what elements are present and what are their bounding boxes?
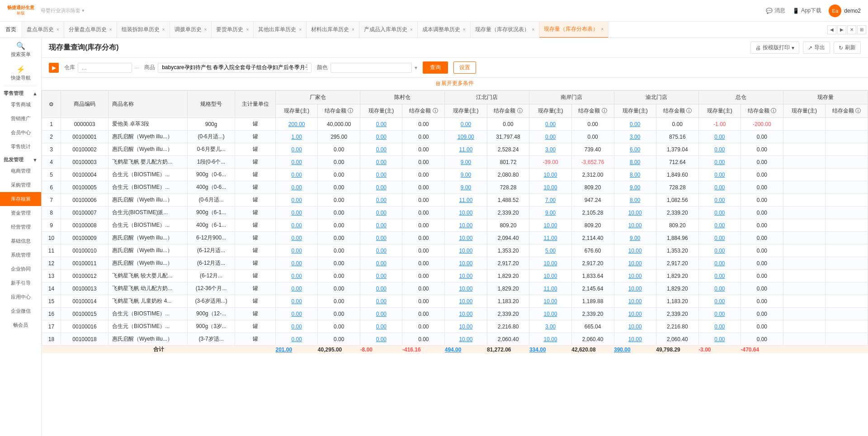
tab-close-9[interactable]: × [532,27,535,32]
tab-item-1[interactable]: 分量盘点单历史× [64,22,117,38]
cell-chen-stock[interactable]: 0.00 [360,232,402,244]
tab-close-7[interactable]: × [410,27,413,32]
cell-chen-stock[interactable]: 0.00 [360,206,402,219]
summary-chen-stock[interactable]: -8.00 [360,346,402,354]
summary-jiangbei-stock[interactable]: 494.00 [445,346,487,354]
cell-nanan-stock[interactable]: 3.00 [529,320,571,333]
cell-jiangbei-stock[interactable]: 10.00 [445,244,487,257]
cell-total-stock[interactable]: 0.00 [698,244,741,257]
sidebar-basic-info[interactable]: 基础信息 [0,234,41,248]
cell-jiangbei-stock[interactable]: 10.00 [445,320,487,333]
tab-item-3[interactable]: 调拨单历史× [170,22,212,38]
cell-chen-stock[interactable]: 0.00 [360,118,402,131]
tab-item-9[interactable]: 现存量（库存状况表）× [471,22,540,38]
cell-chen-stock[interactable]: 0.00 [360,270,402,282]
cell-chen-stock[interactable]: 0.00 [360,295,402,308]
cell-nanan-stock[interactable]: 5.00 [529,244,571,257]
cell-total-stock[interactable]: 0.00 [698,295,741,308]
cell-total-stock[interactable]: 0.00 [698,194,741,206]
summary-factory-stock[interactable]: 201.00 [276,346,318,354]
cell-factory-stock[interactable]: 0.00 [276,320,318,333]
sidebar-shortcut[interactable]: ⚡ 快捷导航 [0,61,41,85]
tab-close-6[interactable]: × [352,27,354,32]
sidebar-member2[interactable]: 畅会员 [0,318,41,332]
tab-close-2[interactable]: × [162,27,165,32]
sidebar-operations[interactable]: 经营管理 [0,220,41,234]
cell-factory-stock[interactable]: 0.00 [276,257,318,270]
cell-nanan-stock[interactable]: 0.00 [529,118,571,131]
cell-factory-stock[interactable]: 0.00 [276,308,318,320]
tab-prev-btn[interactable]: ◀ [827,25,836,34]
sidebar-search[interactable]: 🔍 搜索英单 [0,38,41,61]
cell-factory-stock[interactable]: 0.00 [276,270,318,282]
warehouse-input[interactable] [78,63,132,73]
cell-nanan-stock[interactable]: 10.00 [529,333,571,346]
sidebar-retail-mall[interactable]: 零售商城 [0,98,41,112]
messages-btn[interactable]: 💬 消息 [766,7,785,14]
cell-jiangbei-stock[interactable]: 10.00 [445,257,487,270]
cell-yubei-stock[interactable]: 10.00 [614,282,656,295]
cell-chen-stock[interactable]: 0.00 [360,181,402,194]
cell-total-stock[interactable]: 0.00 [698,181,741,194]
cell-total-stock[interactable]: 0.00 [698,232,741,244]
cell-nanan-stock[interactable]: 11.00 [529,232,571,244]
tab-home[interactable]: 首页 [0,22,22,38]
cell-chen-stock[interactable]: 0.00 [360,194,402,206]
cell-nanan-stock[interactable]: 0.00 [529,131,571,143]
cell-jiangbei-stock[interactable]: 10.00 [445,308,487,320]
cell-jiangbei-stock[interactable]: 9.00 [445,156,487,169]
cell-chen-stock[interactable]: 0.00 [360,169,402,181]
cell-nanan-stock[interactable]: 7.00 [529,194,571,206]
tab-close-4[interactable]: × [246,27,249,32]
expand-conditions-btn[interactable]: ⊞ 展开更多条件 [436,80,474,87]
cell-chen-stock[interactable]: 0.00 [360,143,402,156]
cell-factory-stock[interactable]: 0.00 [276,219,318,232]
sidebar-app-center[interactable]: 应用中心 [0,290,41,304]
tab-item-4[interactable]: 要货单历史× [212,22,254,38]
cell-total-stock[interactable]: 0.00 [698,270,741,282]
tab-next-btn[interactable]: ▶ [837,25,846,34]
summary-nanan-stock[interactable]: 334.00 [529,346,571,354]
sidebar-inventory[interactable]: 库存核算 [0,192,41,206]
cell-factory-stock[interactable]: 0.00 [276,244,318,257]
cell-yubei-stock[interactable]: 10.00 [614,333,656,346]
cell-yubei-stock[interactable]: 10.00 [614,219,656,232]
goods-input[interactable] [158,63,311,73]
cell-total-stock[interactable]: 0.00 [698,143,741,156]
sidebar-marketing[interactable]: 营销推广 [0,112,41,126]
sidebar-wechat[interactable]: 企业微信 [0,304,41,318]
cell-jiangbei-stock[interactable]: 11.00 [445,143,487,156]
cell-jiangbei-stock[interactable]: 10.00 [445,232,487,244]
cell-factory-stock[interactable]: 0.00 [276,156,318,169]
cell-total-stock[interactable]: 0.00 [698,320,741,333]
tab-item-5[interactable]: 其他出库单历史× [254,22,307,38]
cell-factory-stock[interactable]: 0.00 [276,169,318,181]
cell-nanan-stock[interactable]: 10.00 [529,295,571,308]
cell-nanan-stock[interactable]: 10.00 [529,219,571,232]
cell-jiangbei-stock[interactable]: 109.00 [445,131,487,143]
sidebar-purchase[interactable]: 采购管理 [0,178,41,192]
tab-item-7[interactable]: 产成品入库单历史× [359,22,418,38]
cell-total-stock[interactable]: 0.00 [698,282,741,295]
cell-nanan-stock[interactable]: 10.00 [529,308,571,320]
cell-total-stock[interactable]: 0.00 [698,257,741,270]
tab-close-5[interactable]: × [299,27,302,32]
cell-nanan-stock[interactable]: 10.00 [529,181,571,194]
cell-yubei-stock[interactable]: 10.00 [614,270,656,282]
cell-factory-stock[interactable]: 0.00 [276,232,318,244]
cell-yubei-stock[interactable]: 8.00 [614,194,656,206]
color-input[interactable] [330,63,412,73]
cell-nanan-stock[interactable]: 11.00 [529,282,571,295]
cell-jiangbei-stock[interactable]: 0.00 [445,118,487,131]
cell-factory-stock[interactable]: 200.00 [276,118,318,131]
cell-chen-stock[interactable]: 0.00 [360,333,402,346]
tab-item-6[interactable]: 材料出库单历史× [307,22,359,38]
cell-yubei-stock[interactable]: 9.00 [614,181,656,194]
sidebar-group-retail[interactable]: 零售管理 ▲ [0,87,41,98]
print-btn[interactable]: 🖨 按模版打印 ▾ [750,42,799,54]
cell-nanan-stock[interactable]: 3.00 [529,143,571,156]
th-settings[interactable]: ⚙ [42,91,61,118]
sidebar-finance[interactable]: 资金管理 [0,206,41,220]
sidebar-ecommerce[interactable]: 电商管理 [0,164,41,178]
tab-item-2[interactable]: 组装拆卸单历史× [117,22,170,38]
